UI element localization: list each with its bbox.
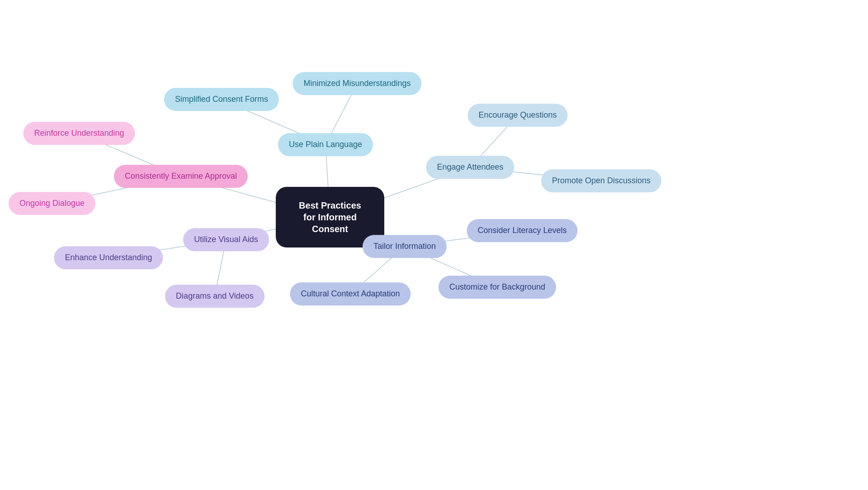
node-diagrams-videos: Diagrams and Videos xyxy=(165,285,264,308)
node-engage-attendees: Engage Attendees xyxy=(426,156,514,179)
node-consistently-examine: Consistently Examine Approval xyxy=(114,165,248,188)
node-tailor-information: Tailor Information xyxy=(363,235,447,258)
node-reinforce-understanding: Reinforce Understanding xyxy=(23,122,135,145)
node-customize-background: Customize for Background xyxy=(439,276,556,299)
node-simplified-consent: Simplified Consent Forms xyxy=(164,88,279,111)
node-utilize-visual-aids: Utilize Visual Aids xyxy=(183,228,269,251)
node-minimized-misunderstandings: Minimized Misunderstandings xyxy=(292,72,421,95)
node-encourage-questions: Encourage Questions xyxy=(467,104,567,127)
node-enhance-understanding: Enhance Understanding xyxy=(54,246,163,269)
node-use-plain-language: Use Plain Language xyxy=(278,133,373,156)
node-cultural-context: Cultural Context Adaptation xyxy=(290,282,410,305)
node-consider-literacy: Consider Literacy Levels xyxy=(467,219,577,242)
mindmap-container: Best Practices for Informed ConsentUse P… xyxy=(0,0,868,490)
node-ongoing-dialogue: Ongoing Dialogue xyxy=(9,192,95,215)
node-promote-open-discussions: Promote Open Discussions xyxy=(541,169,661,192)
